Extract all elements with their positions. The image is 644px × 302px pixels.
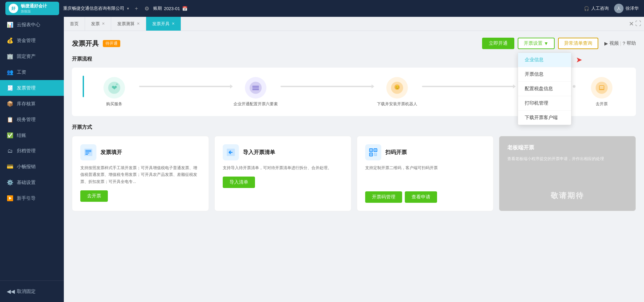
help-label[interactable]: 帮助 — [627, 40, 636, 46]
tab-bar-actions: ✕ ⛶ — [629, 17, 644, 31]
red-arrow-icon: ➤ — [576, 56, 582, 64]
sidebar-label: 基础设置 — [17, 180, 36, 186]
abnormal-button[interactable]: 异常清单查询 — [558, 38, 598, 49]
support-area[interactable]: 🎧 人工咨询 — [584, 5, 609, 11]
sidebar-label: 工资 — [17, 69, 26, 75]
svg-rect-30 — [374, 153, 376, 155]
dropdown-item-qiyexinxi[interactable]: 企业信息 ➤ — [518, 53, 571, 67]
sidebar-item-jichu[interactable]: ⚙️ 基础设置 — [0, 175, 64, 190]
settings-button-label: 开票设置 — [524, 40, 543, 46]
sidebar-label: 固定资产 — [17, 53, 36, 60]
tab-fapiao-label: 发票 — [91, 21, 100, 27]
settings-dropdown-container: 开票设置 ▼ 企业信息 ➤ 开票信息 — [518, 38, 555, 49]
step-2-label: 企业开通配置开票六要素 — [233, 101, 278, 107]
fill-title: 发票填开 — [100, 149, 122, 156]
settings-button[interactable]: 开票设置 ▼ — [518, 38, 555, 49]
sidebar-item-guidang[interactable]: 🗂 归档管理 — [0, 143, 64, 159]
sidebar-item-xiaochang[interactable]: 💳 小畅报销 — [0, 159, 64, 175]
activate-button[interactable]: 立即开通 — [482, 38, 514, 49]
sidebar-item-jiezhang[interactable]: ✅ 结账 — [0, 127, 64, 143]
scan-manage-button[interactable]: 开票码管理 — [365, 191, 402, 203]
tab-fapiaocesuan[interactable]: 发票测算 ✕ — [111, 17, 146, 31]
video-label[interactable]: 视频 — [609, 40, 619, 46]
topbar-actions: ＋ ⚙ — [134, 5, 149, 12]
tab-fapiao[interactable]: 发票 ✕ — [85, 17, 111, 31]
calendar-icon[interactable]: 📅 — [182, 6, 187, 11]
gongzi-icon: 👥 — [7, 69, 13, 75]
main-area: 首页 发票 ✕ 发票测算 ✕ 发票开具 ✕ ✕ ⛶ 发票开具 待开通 立即开通 — [64, 17, 644, 302]
dropdown-item-dayinji[interactable]: 打印机管理 — [518, 96, 571, 111]
method-card-boss: 老板端开票 查看老板端小程序提交的开票申请，并作出相应的处理 敬请期待 — [499, 136, 636, 211]
content-area: 发票开具 待开通 立即开通 开票设置 ▼ 企业信息 ➤ — [64, 31, 644, 302]
close-all-button[interactable]: ✕ — [629, 20, 634, 28]
tab-fapiaocesuan-label: 发票测算 — [117, 21, 135, 27]
billing-section: 开票方式 发票填开 — [72, 124, 636, 211]
sidebar-item-kucun[interactable]: 📦 库存核算 — [0, 96, 64, 112]
expand-button[interactable]: ⛶ — [635, 20, 641, 27]
top-bar: 好 畅捷通好会计 旗舰版 重庆畅捷交通信息咨询有限公司 ▼ ＋ ⚙ 账期 202… — [0, 0, 644, 17]
dropdown-item-kaipiaoxinxi[interactable]: 开票信息 — [518, 67, 571, 82]
sidebar-item-xinshou[interactable]: ▶️ 新手引导 — [0, 190, 64, 206]
dropdown-item-peizhishuipan[interactable]: 配置税盘信息 — [518, 82, 571, 96]
avatar: 人 — [614, 4, 624, 13]
fill-desc: 支持按照发票样式手工填开发票；可开具增值税电子普通发票、增值税普通发票、增值税专… — [80, 164, 201, 185]
import-button[interactable]: 导入清单 — [223, 177, 255, 188]
divider: | — [620, 41, 621, 46]
fapiao-icon: 🧾 — [7, 85, 13, 91]
boss-desc: 查看老板端小程序提交的开票申请，并作出相应的处理 — [507, 155, 628, 162]
tab-home[interactable]: 首页 — [64, 17, 85, 31]
video-help-area: ▶ 视频 | ? 帮助 — [604, 40, 636, 46]
tab-fapiaokaiaju-label: 发票开具 — [152, 21, 170, 27]
import-icon — [223, 144, 239, 160]
company-selector[interactable]: 重庆畅捷交通信息咨询有限公司 ▼ — [63, 5, 130, 11]
sidebar-item-gudingzichan[interactable]: 🏢 固定资产 — [0, 48, 64, 64]
sidebar-item-gongzi[interactable]: 👥 工资 — [0, 64, 64, 80]
tab-fapiaocesuan-close-icon[interactable]: ✕ — [137, 22, 140, 26]
billing-methods: 发票填开 支持按照发票样式手工填开发票；可开具增值税电子普通发票、增值税普通发票… — [72, 136, 636, 211]
settings-dropdown-menu: 企业信息 ➤ 开票信息 配置税盘信息 打印机管理 — [518, 52, 571, 125]
scan-view-button[interactable]: 查看申请 — [405, 191, 437, 203]
sidebar-label: 归档管理 — [17, 148, 36, 154]
sidebar-label: 资金管理 — [17, 38, 36, 44]
add-icon[interactable]: ＋ — [134, 5, 139, 12]
svg-rect-18 — [84, 149, 92, 156]
svg-rect-5 — [252, 87, 259, 88]
flow-step-5: 去开票 — [578, 77, 625, 107]
play-icon: ▶ — [604, 41, 608, 46]
sidebar-item-cancel-pin[interactable]: ◀◀ 取消固定 — [0, 284, 64, 299]
flow-step-1: ❤ + 购买服务 — [91, 77, 138, 107]
dropdown-item-label: 下载开票客户端 — [525, 115, 558, 120]
dropdown-item-xiazai[interactable]: 下载开票客户端 — [518, 111, 571, 125]
fill-go-button[interactable]: 去开票 — [80, 190, 108, 202]
sidebar-label: 库存核算 — [17, 101, 36, 107]
app-subtitle: 旗舰版 — [21, 9, 47, 14]
method-scan-header: 扫码开票 — [365, 144, 485, 160]
sidebar-label: 小畅报销 — [17, 164, 36, 170]
svg-rect-17 — [600, 88, 604, 88]
tab-fapiaokaiaju-close-icon[interactable]: ✕ — [172, 22, 175, 26]
svg-rect-31 — [376, 153, 377, 156]
user-area[interactable]: 人 徐泽华 — [614, 4, 639, 13]
sidebar-item-yunbao[interactable]: 📊 云报表中心 — [0, 17, 64, 33]
sidebar-item-fapiao[interactable]: 🧾 发票管理 — [0, 80, 64, 96]
method-boss-header: 老板端开票 — [507, 144, 628, 151]
topbar-right: 🎧 人工咨询 人 徐泽华 — [584, 4, 639, 13]
step-2-icon — [245, 77, 266, 99]
svg-rect-20 — [85, 151, 91, 152]
svg-rect-21 — [85, 153, 89, 153]
sidebar-item-shuiwu[interactable]: 📋 税务管理 — [0, 112, 64, 127]
company-chevron-icon: ▼ — [126, 7, 130, 10]
sidebar-item-zijin[interactable]: 💰 资金管理 — [0, 33, 64, 48]
tab-fapiaokaiaju[interactable]: 发票开具 ✕ — [146, 17, 181, 31]
svg-rect-19 — [85, 150, 91, 151]
step-3-label: 下载并安装开票机器人 — [377, 101, 417, 107]
zijin-icon: 💰 — [7, 37, 13, 44]
settings-icon[interactable]: ⚙ — [144, 5, 149, 12]
headset-icon: 🎧 — [584, 6, 589, 11]
method-card-fill: 发票填开 支持按照发票样式手工填开发票；可开具增值税电子普通发票、增值税普通发票… — [72, 136, 209, 211]
svg-rect-6 — [252, 89, 259, 90]
svg-rect-29 — [370, 154, 372, 155]
tab-fapiao-close-icon[interactable]: ✕ — [102, 22, 105, 26]
flow-step-2: 企业开通配置开票六要素 — [232, 77, 279, 107]
svg-rect-16 — [600, 86, 604, 87]
